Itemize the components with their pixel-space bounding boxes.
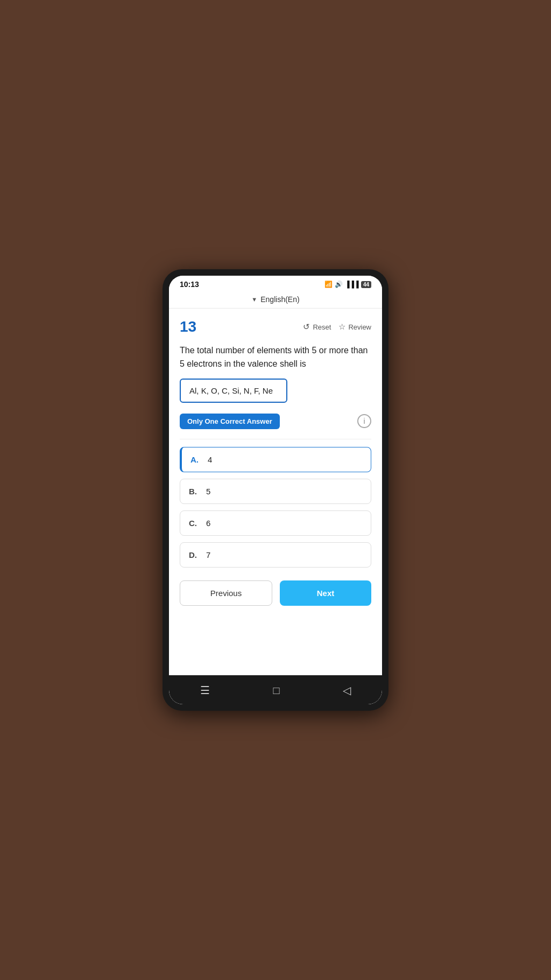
question-text: The total number of elements with 5 or m…: [180, 344, 371, 371]
star-icon: ☆: [338, 322, 345, 332]
option-d[interactable]: D. 7: [180, 542, 371, 568]
answer-type-row: Only One Correct Answer i: [180, 414, 371, 429]
option-c[interactable]: C. 6: [180, 510, 371, 536]
review-button[interactable]: ☆ Review: [338, 322, 371, 332]
status-icons: 📶 🔊 ▐▐▐ 44: [324, 281, 371, 288]
options-list: A. 4 B. 5 C. 6 D. 7: [180, 447, 371, 568]
signal-bars-icon: ▐▐▐: [345, 281, 359, 288]
review-label: Review: [348, 323, 371, 331]
previous-button[interactable]: Previous: [180, 580, 272, 606]
back-icon[interactable]: ◁: [332, 682, 362, 699]
option-d-value: 7: [206, 550, 210, 559]
option-a-letter: A.: [190, 455, 201, 464]
option-b-value: 5: [206, 487, 210, 496]
status-bar: 10:13 📶 🔊 ▐▐▐ 44: [169, 276, 382, 292]
option-a-value: 4: [208, 455, 212, 464]
option-c-value: 6: [206, 519, 210, 528]
menu-icon[interactable]: ☰: [189, 682, 221, 699]
option-c-letter: C.: [189, 519, 200, 528]
option-b-letter: B.: [189, 487, 200, 496]
formula-box: Al, K, O, C, Si, N, F, Ne: [180, 379, 287, 403]
reset-button[interactable]: ↺ Reset: [303, 322, 331, 332]
bottom-nav: ☰ □ ◁: [169, 675, 382, 704]
option-d-letter: D.: [189, 550, 200, 559]
wifi-icon: 📶: [324, 281, 333, 288]
reset-icon: ↺: [303, 322, 310, 332]
chevron-down-icon: ▼: [251, 296, 257, 303]
header-actions: ↺ Reset ☆ Review: [303, 322, 371, 332]
question-header: 13 ↺ Reset ☆ Review: [180, 318, 371, 335]
next-button[interactable]: Next: [280, 580, 371, 606]
answer-type-badge[interactable]: Only One Correct Answer: [180, 414, 280, 429]
status-time: 10:13: [180, 280, 199, 289]
question-number: 13: [180, 318, 196, 335]
language-label: English(En): [260, 295, 299, 304]
nav-buttons: Previous Next: [180, 580, 371, 606]
content-area: 13 ↺ Reset ☆ Review The total number of …: [169, 309, 382, 675]
reset-label: Reset: [313, 323, 331, 331]
phone-frame: 10:13 📶 🔊 ▐▐▐ 44 ▼ English(En) 13 ↺: [163, 269, 388, 711]
battery-badge: 44: [361, 281, 371, 288]
option-b[interactable]: B. 5: [180, 479, 371, 504]
option-a[interactable]: A. 4: [180, 447, 371, 472]
signal-icon: 🔊: [335, 281, 343, 288]
home-icon[interactable]: □: [262, 682, 290, 699]
phone-screen: 10:13 📶 🔊 ▐▐▐ 44 ▼ English(En) 13 ↺: [169, 276, 382, 704]
language-selector[interactable]: ▼ English(En): [251, 295, 299, 304]
language-bar: ▼ English(En): [169, 292, 382, 309]
divider: [180, 439, 371, 439]
info-icon[interactable]: i: [357, 414, 371, 428]
